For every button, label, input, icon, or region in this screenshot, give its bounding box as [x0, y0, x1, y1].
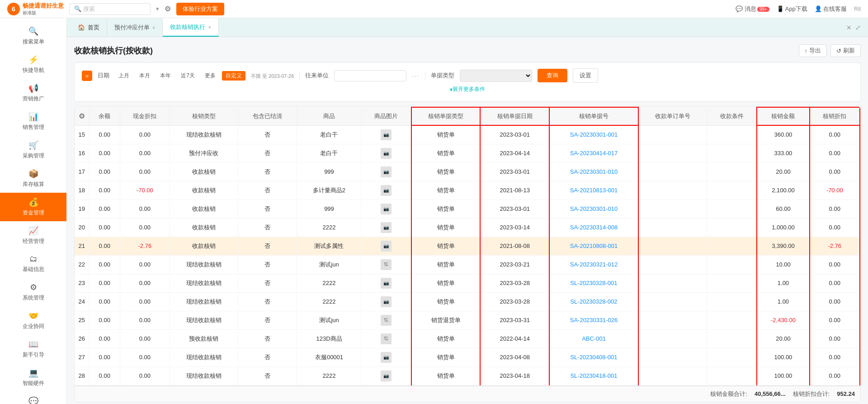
cell-type: 收款核销: [170, 200, 238, 218]
cell-type: 预收款核销: [170, 329, 238, 348]
gear-icon[interactable]: ⚙: [165, 5, 171, 13]
sidebar-item-management[interactable]: 📈 经营管理: [0, 221, 66, 250]
cell-order-no: [638, 162, 707, 181]
cell-goods-img: 📷: [361, 292, 411, 311]
cell-goods-img: 📷: [361, 274, 411, 292]
cell-doc-no: SA-20230301-010: [549, 200, 638, 218]
cell-discount: -2.76: [120, 237, 170, 255]
tab-prepay-close[interactable]: ×: [152, 25, 155, 30]
purchase-icon: 🛒: [28, 140, 38, 150]
cell-goods: 衣服00001: [297, 348, 361, 366]
th-order-no: 收款单订单号: [638, 107, 707, 125]
th-settings[interactable]: ⚙: [75, 107, 89, 125]
cell-goods: 多计量商品2: [297, 181, 361, 200]
th-amount: 核销金额: [757, 107, 809, 125]
cell-amount: 333.00: [757, 144, 809, 162]
search-bar[interactable]: 🔍 搜索: [69, 3, 151, 15]
from-unit-input[interactable]: [334, 70, 406, 81]
cell-amount: 360.00: [757, 125, 809, 144]
tab-prepay[interactable]: 预付冲应付单 ×: [107, 18, 163, 37]
cell-no: 15: [75, 125, 89, 144]
export-button[interactable]: ↑ 导出: [799, 44, 827, 57]
management-icon: 📈: [28, 226, 38, 236]
cell-balance: 0.00: [89, 329, 120, 348]
this-month-btn[interactable]: 本月: [136, 71, 154, 81]
chevron-down-icon[interactable]: ▾: [156, 5, 159, 12]
cell-no: 16: [75, 144, 89, 162]
sidebar-item-basic[interactable]: 🗂 基础信息: [0, 250, 66, 278]
online-service-btn[interactable]: 👤 在线客服: [815, 5, 847, 13]
table-gear-icon[interactable]: ⚙: [79, 112, 85, 120]
cell-doc-date: 2023-03-01: [480, 162, 549, 181]
cell-doc-date: 2023-04-08: [480, 348, 549, 366]
cell-order-no: [638, 329, 707, 348]
cell-type: 收款核销: [170, 218, 238, 237]
sidebar-item-finance[interactable]: 💰 资金管理: [0, 193, 66, 221]
cell-goods: 2222: [297, 366, 361, 385]
sidebar-item-wechat[interactable]: 💬 企业微信: [0, 392, 66, 404]
cell-pay-cond: [707, 348, 757, 366]
cell-doc-no: SA-20210808-001: [549, 237, 638, 255]
sidebar-item-purchase[interactable]: 🛒 采购管理: [0, 136, 66, 164]
cell-type: 现结收款核销: [170, 311, 238, 329]
refresh-icon: ↺: [836, 48, 841, 54]
cell-writeoff: 0.00: [810, 125, 860, 144]
system-icon: ⚙: [30, 282, 37, 292]
cell-amount: 60.00: [757, 200, 809, 218]
footer-writeoff-value: 952.24: [837, 390, 855, 397]
sidebar-item-quicknav[interactable]: ⚡ 快捷导航: [0, 50, 66, 79]
last-month-btn[interactable]: 上月: [115, 71, 133, 81]
refresh-button[interactable]: ↺ 刷新: [830, 44, 861, 57]
sidebar-item-marketing[interactable]: 📢 营销推广: [0, 79, 66, 107]
guide-icon: 📖: [28, 339, 38, 349]
from-unit-dots: ···: [412, 72, 420, 79]
cell-order-no: [638, 125, 707, 144]
cell-doc-type: 销货单: [411, 125, 481, 144]
cell-discount: 0.00: [120, 144, 170, 162]
page-actions: ↑ 导出 ↺ 刷新: [799, 44, 861, 57]
query-button[interactable]: 查询: [538, 69, 567, 82]
single-type-select[interactable]: [460, 70, 532, 82]
cell-doc-type: 销货单: [411, 237, 481, 255]
sidebar-item-sales[interactable]: 📊 销售管理: [0, 107, 66, 136]
sidebar-item-collab[interactable]: 🤝 企业协同: [0, 306, 66, 335]
cell-balance: 0.00: [89, 348, 120, 366]
custom-btn[interactable]: 自定义: [222, 71, 245, 81]
cell-order-no: [638, 366, 707, 385]
cell-writeoff: 0.00: [810, 329, 860, 348]
cell-pay-cond: [707, 292, 757, 311]
filter-divider-2: [425, 71, 425, 80]
sidebar-item-hardware[interactable]: 💻 智能硬件: [0, 363, 66, 392]
industry-btn[interactable]: 体验行业方案: [176, 3, 224, 15]
cell-discount: 0.00: [120, 311, 170, 329]
cell-pay-cond: [707, 181, 757, 200]
sidebar-item-inventory[interactable]: 📦 库存核算: [0, 164, 66, 193]
cell-writeoff: -70.00: [810, 181, 860, 200]
sidebar-item-search[interactable]: 🔍 搜索菜单: [0, 22, 66, 50]
cell-pay-cond: [707, 218, 757, 237]
expand-icon[interactable]: ⤢: [855, 24, 861, 31]
msg-btn[interactable]: 💬 消息99+: [736, 5, 769, 13]
close-all-icon[interactable]: ✕: [846, 24, 852, 31]
cell-order-no: [638, 218, 707, 237]
near7-btn[interactable]: 近7天: [177, 71, 198, 81]
cell-doc-no: SA-20230314-008: [549, 218, 638, 237]
expand-more-btn[interactable]: ▾ 展开更多条件: [82, 86, 853, 93]
cell-amount: -2,430.00: [757, 311, 809, 329]
tab-writeoff-close[interactable]: ×: [208, 24, 211, 30]
sidebar-item-guide[interactable]: 📖 新手引导: [0, 335, 66, 363]
tab-home[interactable]: 🏠 首页: [71, 18, 107, 37]
settings-button[interactable]: 设置: [573, 68, 598, 83]
more-btn[interactable]: 更多: [201, 71, 219, 81]
cell-order-no: [638, 348, 707, 366]
filter-bar: » 日期 上月 本月 本年 近7天 更多 自定义 不限 至 2023-07-26: [74, 62, 861, 102]
cell-discount: 0.00: [120, 162, 170, 181]
th-doc-type: 核销单据类型: [411, 107, 481, 125]
filter-expand-arrow[interactable]: »: [82, 71, 92, 81]
tab-writeoff[interactable]: 收款核销执行 ×: [163, 18, 218, 37]
cell-pay-cond: [707, 125, 757, 144]
sidebar-item-system[interactable]: ⚙ 系统管理: [0, 278, 66, 306]
this-year-btn[interactable]: 本年: [156, 71, 175, 81]
app-download-btn[interactable]: 📱 App下载: [777, 5, 807, 13]
cell-doc-type: 销货单: [411, 200, 481, 218]
